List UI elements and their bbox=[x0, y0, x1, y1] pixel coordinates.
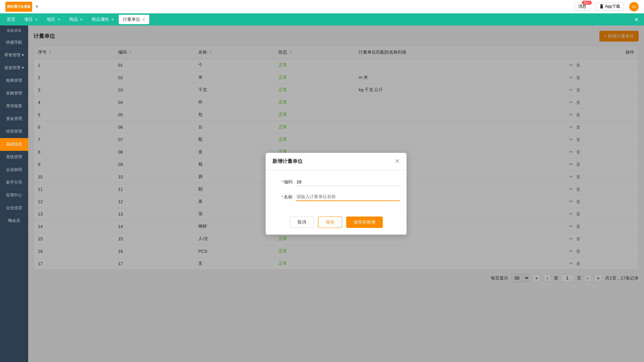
sidebar-item-quick-nav[interactable]: 快捷导航 bbox=[0, 36, 28, 49]
code-input[interactable] bbox=[296, 178, 400, 186]
tab-unit-label: 计量单位 bbox=[123, 16, 140, 22]
top-bar: 橙林通行生意版 ▾ 消息 99+ 📱 App下载 AI bbox=[0, 0, 644, 13]
tab-project-close[interactable]: ✕ bbox=[35, 17, 38, 22]
tab-product-attr[interactable]: 商品属性 ✕ bbox=[88, 15, 118, 24]
logo-text: 橙林通行生意版 bbox=[7, 4, 31, 9]
sidebar-item-retail[interactable]: 零售管理 ▾ bbox=[0, 49, 28, 62]
modal-title: 新增计量单位 bbox=[272, 158, 303, 165]
retail-arrow-icon: ▾ bbox=[22, 53, 24, 57]
sidebar: 搜索菜单 快捷导航 零售管理 ▾ 批发管理 ▾ 电商管理 采购管理 库存核算 资… bbox=[0, 25, 28, 362]
modal-header: 新增计量单位 ✕ bbox=[266, 153, 407, 170]
modal-footer: 取消 保存 保存并新增 bbox=[266, 213, 407, 235]
logo: 橙林通行生意版 bbox=[5, 2, 32, 12]
form-row-name: *名称 bbox=[272, 193, 400, 201]
name-input[interactable] bbox=[296, 193, 400, 201]
tab-area[interactable]: 地区 ✕ bbox=[43, 15, 64, 24]
app-download-button[interactable]: 📱 App下载 bbox=[595, 2, 624, 11]
modal-body: *编码 *名称 bbox=[266, 170, 407, 213]
sidebar-item-system[interactable]: 系统管理 bbox=[0, 151, 28, 164]
tab-product-close[interactable]: ✕ bbox=[80, 17, 83, 22]
sidebar-item-inventory[interactable]: 库存核算 bbox=[0, 100, 28, 113]
sidebar-item-purchase[interactable]: 采购管理 bbox=[0, 87, 28, 100]
sidebar-item-operations[interactable]: 经营管理 bbox=[0, 125, 28, 138]
notification-button[interactable]: 消息 99+ bbox=[575, 2, 590, 11]
content-area: 计量单位 + 新增计量单位 序号 ⇅ 编码 ⇅ 名称 ⇅ 状态 ⇅ 计量单位匹配… bbox=[28, 25, 644, 362]
save-and-new-button[interactable]: 保存并新增 bbox=[346, 217, 383, 228]
cancel-button[interactable]: 取消 bbox=[290, 217, 314, 228]
app-icon: 📱 bbox=[599, 4, 604, 9]
modal-overlay: 新增计量单位 ✕ *编码 *名称 bbox=[28, 25, 644, 362]
sidebar-item-wholesale[interactable]: 批发管理 ▾ bbox=[0, 62, 28, 74]
tab-product-attr-label: 商品属性 bbox=[92, 16, 109, 22]
tab-unit-close[interactable]: ✕ bbox=[142, 17, 145, 22]
sidebar-item-enterprise-credit[interactable]: 企业信贷 bbox=[0, 202, 28, 215]
avatar[interactable]: AI bbox=[629, 2, 639, 11]
name-label: *名称 bbox=[272, 194, 292, 200]
sidebar-item-app-center[interactable]: 应用中心 bbox=[0, 189, 28, 202]
sidebar-item-search[interactable]: 搜索菜单 bbox=[0, 25, 28, 36]
tab-area-close[interactable]: ✕ bbox=[57, 17, 60, 22]
sidebar-item-member[interactable]: 嗨会员 bbox=[0, 215, 28, 227]
tab-unit[interactable]: 计量单位 ✕ bbox=[119, 15, 149, 24]
tab-home[interactable]: 首页 bbox=[3, 15, 19, 24]
tab-project-label: 项目 bbox=[24, 16, 33, 22]
tab-bar-close-all[interactable]: ✕ bbox=[632, 16, 641, 23]
tab-product-label: 商品 bbox=[69, 16, 78, 22]
modal-close-button[interactable]: ✕ bbox=[395, 158, 400, 165]
tab-bar: 首页 项目 ✕ 地区 ✕ 商品 ✕ 商品属性 ✕ 计量单位 ✕ ✕ bbox=[0, 13, 644, 25]
add-unit-modal: 新增计量单位 ✕ *编码 *名称 bbox=[266, 153, 407, 235]
tab-product[interactable]: 商品 ✕ bbox=[65, 15, 87, 24]
top-bar-right: 消息 99+ 📱 App下载 AI bbox=[575, 2, 639, 11]
top-bar-left: 橙林通行生意版 ▾ bbox=[5, 2, 38, 12]
tab-product-attr-close[interactable]: ✕ bbox=[111, 17, 114, 22]
code-label: *编码 bbox=[272, 179, 292, 185]
sidebar-item-base-info[interactable]: 基础信息 bbox=[0, 138, 28, 151]
wholesale-arrow-icon: ▾ bbox=[22, 65, 24, 70]
sidebar-item-ecommerce[interactable]: 电商管理 bbox=[0, 74, 28, 87]
tab-home-label: 首页 bbox=[7, 16, 15, 22]
tab-project[interactable]: 项目 ✕ bbox=[20, 15, 42, 24]
form-row-code: *编码 bbox=[272, 178, 400, 186]
tab-area-label: 地区 bbox=[47, 16, 55, 22]
save-button[interactable]: 保存 bbox=[318, 217, 342, 228]
collapse-icon[interactable]: ▾ bbox=[36, 3, 38, 10]
main-layout: 搜索菜单 快捷导航 零售管理 ▾ 批发管理 ▾ 电商管理 采购管理 库存核算 资… bbox=[0, 25, 644, 362]
sidebar-item-partner[interactable]: 企业协同 bbox=[0, 164, 28, 176]
sidebar-item-guide[interactable]: 新手引导 bbox=[0, 176, 28, 189]
sidebar-item-finance[interactable]: 资金管理 bbox=[0, 113, 28, 125]
notification-badge: 99+ bbox=[582, 1, 592, 5]
